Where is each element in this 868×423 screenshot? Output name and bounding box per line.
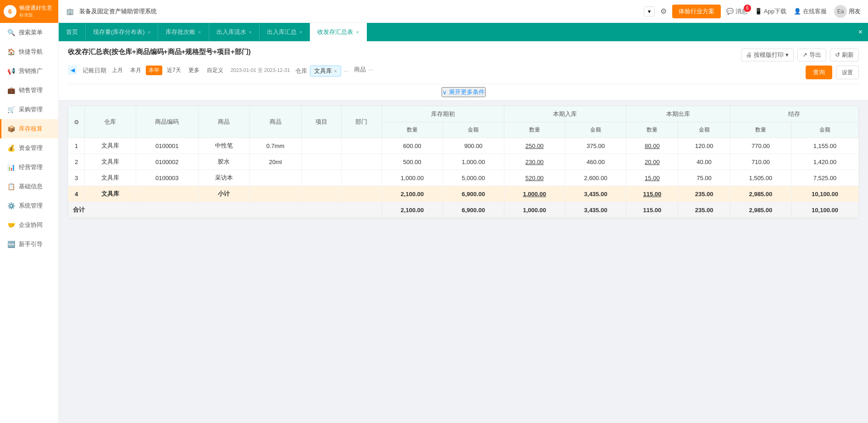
date-option-本年[interactable]: 本年 xyxy=(146,66,162,75)
footer-in-amt: 3,435.00 xyxy=(565,202,626,218)
sidebar-item-enterprise[interactable]: 🤝企业协同 xyxy=(0,215,58,235)
cell-in-qty[interactable]: 1,000.00 xyxy=(504,186,565,202)
cell-in-qty[interactable]: 520.00 xyxy=(504,170,565,186)
filter-settings-button[interactable]: 设置 xyxy=(836,66,859,79)
col-spec-header: 商品 xyxy=(249,106,301,138)
sidebar-item-inventory[interactable]: 📦库存核算 xyxy=(0,119,58,138)
sidebar-item-quick-nav[interactable]: 🏠快捷导航 xyxy=(0,42,58,61)
warehouse-more-button[interactable]: ··· xyxy=(344,68,348,74)
experience-button[interactable]: 体验行业方案 xyxy=(672,5,721,18)
table-header-row-1: ⚙ 仓库 商品编码 商品 商品 项目 部门 库存期初 本期入库 本期出库 结存 xyxy=(68,106,859,122)
app-subtitle: 标准版 xyxy=(19,12,52,18)
tab-close-flow[interactable]: × xyxy=(249,29,252,35)
tab-collection[interactable]: 收发存汇总表× xyxy=(310,23,366,41)
sidebar-item-label-sales: 销售管理 xyxy=(19,86,43,94)
settings-icon[interactable]: ⚙ xyxy=(660,7,667,16)
cell-init-amt: 6,900.00 xyxy=(443,186,504,202)
warehouse-filter-label: 仓库 xyxy=(295,67,307,75)
app-download-button[interactable]: 📱 App下载 xyxy=(755,7,786,16)
cell-dept xyxy=(342,138,382,154)
tab-close-batch[interactable]: × xyxy=(198,29,201,35)
cell-goods: 胶水 xyxy=(198,154,249,170)
basic-icon: 📋 xyxy=(7,183,15,190)
sidebar-item-label-system: 系统管理 xyxy=(19,202,43,210)
cell-out-qty[interactable]: 115.00 xyxy=(626,186,678,202)
sidebar-item-label-search: 搜索菜单 xyxy=(19,28,43,37)
date-option-近7天[interactable]: 近7天 xyxy=(164,66,184,75)
expand-conditions-button[interactable]: ∨ 展开更多条件 xyxy=(442,87,486,97)
date-option-本月[interactable]: 本月 xyxy=(127,66,144,75)
cell-in-qty[interactable]: 250.00 xyxy=(504,138,565,154)
sidebar-item-marketing[interactable]: 📢营销推广 xyxy=(0,61,58,81)
date-option-上月[interactable]: 上月 xyxy=(109,66,126,75)
cell-out-qty[interactable]: 20.00 xyxy=(626,154,678,170)
col-init-qty-header: 数量 xyxy=(381,122,442,138)
cell-dept xyxy=(342,186,382,202)
sidebar-item-label-marketing: 营销推广 xyxy=(19,67,43,75)
page-header: 收发存汇总表(按仓库+商品编码+商品+规格型号+项目+部门) 🖨 按模版打印 ▾… xyxy=(59,41,868,100)
col-out-amt-header: 金额 xyxy=(678,122,730,138)
cell-out-qty[interactable]: 15.00 xyxy=(626,170,678,186)
online-service-label: 在线客服 xyxy=(803,7,827,16)
cell-code: 0100003 xyxy=(136,170,198,186)
sidebar-item-finance[interactable]: 💰资金管理 xyxy=(0,138,58,158)
tab-flow[interactable]: 出入库流水× xyxy=(209,23,260,41)
system-icon: ⚙️ xyxy=(7,202,15,209)
table-footer: 合计 2,100.00 6,900.00 1,000.00 3,435.00 1… xyxy=(68,202,859,218)
user-menu[interactable]: Ea 用友 xyxy=(834,5,861,18)
filter-collapse-button[interactable]: ◀ xyxy=(68,66,77,75)
cell-init-qty: 500.00 xyxy=(381,154,442,170)
export-button[interactable]: ↗ 导出 xyxy=(797,49,826,61)
sidebar-item-search[interactable]: 🔍搜索菜单 xyxy=(0,23,58,42)
cell-out-qty[interactable]: 80.00 xyxy=(626,138,678,154)
tab-bar-close-button[interactable]: × xyxy=(853,28,868,36)
tab-summary[interactable]: 出入库汇总× xyxy=(260,23,310,41)
refresh-button[interactable]: ↺ 刷新 xyxy=(830,49,859,61)
cell-in-qty[interactable]: 230.00 xyxy=(504,154,565,170)
tab-close-summary[interactable]: × xyxy=(299,29,302,35)
date-filter-group: 记账日期 上月本月本年近7天更多自定义 2023-01-01 至 2023-12… xyxy=(83,66,290,75)
sidebar-item-basic[interactable]: 📋基础信息 xyxy=(0,177,58,196)
tab-stock-dist[interactable]: 现存量(库存分布表)× xyxy=(86,23,158,41)
message-icon: 💬 xyxy=(726,8,734,15)
cell-code: 0100002 xyxy=(136,154,198,170)
print-button[interactable]: 🖨 按模版打印 ▾ xyxy=(741,49,794,61)
cell-goods: 小计 xyxy=(198,186,249,202)
guide-icon: 🆕 xyxy=(7,241,15,248)
cell-bal-qty: 770.00 xyxy=(730,138,791,154)
tab-close-stock-dist[interactable]: × xyxy=(148,29,150,35)
main-area: 🏢 装备及固定资产辅助管理系统 ▾ ⚙ 体验行业方案 💬 消息 6 📱 App下… xyxy=(59,0,868,423)
warehouse-tag: 文具库 × xyxy=(310,66,341,77)
message-button[interactable]: 💬 消息 6 xyxy=(726,7,747,16)
col-settings-header[interactable]: ⚙ xyxy=(68,106,85,138)
sidebar-item-system[interactable]: ⚙️系统管理 xyxy=(0,196,58,215)
date-option-自定义[interactable]: 自定义 xyxy=(204,66,226,75)
footer-init-amt: 6,900.00 xyxy=(443,202,504,218)
sidebar-item-operations[interactable]: 📊经营管理 xyxy=(0,158,58,177)
sidebar-item-label-finance: 资金管理 xyxy=(19,144,43,152)
cell-no: 4 xyxy=(68,186,85,202)
sidebar-item-guide[interactable]: 🆕新手引导 xyxy=(0,235,58,254)
table-row: 3 文具库 0100003 采访本 1,000.00 5,000.00 520.… xyxy=(68,170,859,186)
service-icon: 👤 xyxy=(794,8,801,15)
system-dropdown-button[interactable]: ▾ xyxy=(644,6,655,16)
tab-batch[interactable]: 库存批次账× xyxy=(158,23,209,41)
date-option-更多[interactable]: 更多 xyxy=(186,66,202,75)
footer-bal-qty: 2,985.00 xyxy=(730,202,791,218)
export-label: 导出 xyxy=(809,51,821,59)
online-service-button[interactable]: 👤 在线客服 xyxy=(794,7,827,16)
query-button[interactable]: 查询 xyxy=(806,66,832,79)
tab-close-collection[interactable]: × xyxy=(356,29,359,35)
sidebar-item-label-purchase: 采购管理 xyxy=(19,105,43,114)
cell-code xyxy=(136,186,198,202)
sidebar-item-purchase[interactable]: 🛒采购管理 xyxy=(0,100,58,119)
sidebar-item-sales[interactable]: 💼销售管理 xyxy=(0,81,58,100)
content-area: 收发存汇总表(按仓库+商品编码+商品+规格型号+项目+部门) 🖨 按模版打印 ▾… xyxy=(59,41,868,423)
warehouse-tag-close[interactable]: × xyxy=(334,68,337,74)
cell-init-qty: 1,000.00 xyxy=(381,170,442,186)
expand-label: 展开更多条件 xyxy=(449,88,485,96)
cell-in-amt: 3,435.00 xyxy=(565,186,626,202)
page-title: 收发存汇总表(按仓库+商品编码+商品+规格型号+项目+部门) xyxy=(68,48,251,56)
goods-more-button[interactable]: ··· xyxy=(369,66,373,73)
tab-home[interactable]: 首页 xyxy=(59,23,86,41)
